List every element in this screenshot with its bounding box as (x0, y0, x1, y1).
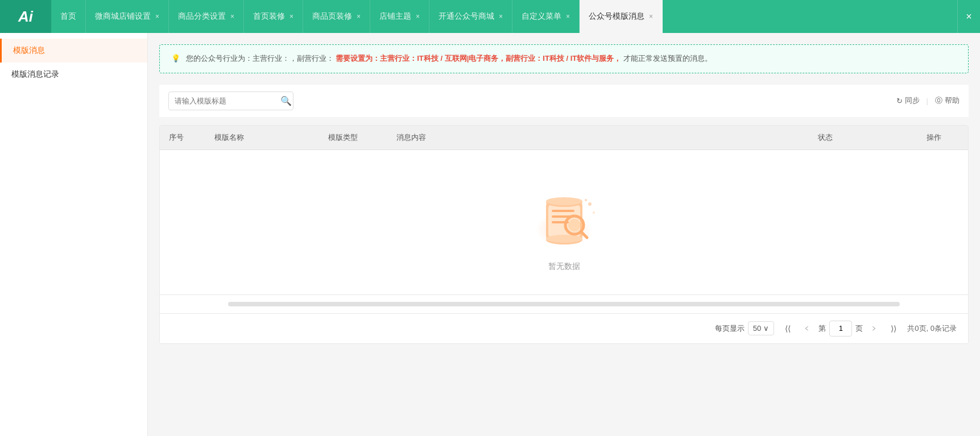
nav-tab-product-decor[interactable]: 商品页装修× (303, 0, 370, 33)
page-layout: 模版消息模版消息记录 💡 您的公众号行业为：主营行业：，副营行业： 需要设置为：… (0, 33, 980, 436)
sync-icon: ↻ (896, 97, 903, 105)
nav-tab-close[interactable]: × (230, 13, 234, 20)
search-right: ↻ 同步 | ⓪ 帮助 (896, 95, 960, 106)
sync-button[interactable]: ↻ 同步 (896, 95, 920, 106)
nav-tab-close[interactable]: × (566, 13, 570, 20)
search-button[interactable]: 🔍 (276, 92, 293, 110)
col-header-type: 模版类型 (319, 126, 387, 150)
nav-tab-custom-menu[interactable]: 自定义菜单× (512, 0, 580, 33)
divider: | (927, 97, 928, 105)
page-nav: ⟨⟨ ﹤ 第 页 ﹥ ⟩⟩ (780, 321, 902, 337)
nav-tab-close[interactable]: × (416, 13, 420, 20)
nav-tab-category[interactable]: 商品分类设置× (169, 0, 244, 33)
sidebar-item-template-msg[interactable]: 模版消息 (0, 39, 147, 63)
empty-state: 暂无数据 (160, 150, 968, 294)
page-size-value: 50 (753, 324, 761, 333)
empty-illustration (530, 184, 598, 252)
nav-tab-label: 商品页装修 (312, 11, 352, 22)
page-size-label: 每页显示 (715, 323, 745, 334)
svg-rect-3 (552, 210, 574, 212)
last-page-button[interactable]: ⟩⟩ (886, 321, 902, 337)
main-content: 💡 您的公众号行业为：主营行业：，副营行业： 需要设置为：主营行业：IT科技 /… (148, 33, 980, 436)
help-icon: ⓪ (935, 95, 942, 106)
svg-point-9 (546, 235, 582, 243)
nav-tab-label: 微商城店铺设置 (95, 11, 151, 22)
brand-logo[interactable]: Ai (0, 0, 51, 33)
help-label: 帮助 (945, 95, 960, 106)
nav-tab-template-msg[interactable]: 公众号模版消息× (580, 0, 663, 33)
nav-tab-label: 首页装修 (253, 11, 285, 22)
nav-tab-home-decor[interactable]: 首页装修× (244, 0, 303, 33)
page-number-input[interactable] (829, 321, 852, 337)
search-input-wrap: 🔍 (168, 92, 293, 110)
notice-icon: 💡 (171, 53, 180, 65)
nav-tab-close[interactable]: × (290, 13, 293, 20)
nav-tab-label: 商品分类设置 (178, 11, 226, 22)
search-left: 🔍 (168, 92, 293, 110)
horizontal-scrollbar[interactable] (228, 302, 900, 306)
col-header-action: 操作 (900, 126, 968, 150)
close-all-button[interactable]: × (957, 0, 980, 33)
nav-tab-label: 公众号模版消息 (589, 11, 644, 22)
table-header: 序号 模版名称 模版类型 消息内容 状态 操作 (160, 126, 968, 150)
col-header-seq: 序号 (160, 126, 205, 150)
sidebar-item-template-msg-log[interactable]: 模版消息记录 (0, 63, 147, 86)
top-nav: Ai 首页微商城店铺设置×商品分类设置×首页装修×商品页装修×店铺主题×开通公众… (0, 0, 980, 33)
data-table: 序号 模版名称 模版类型 消息内容 状态 操作 (159, 125, 969, 344)
search-bar: 🔍 ↻ 同步 | ⓪ 帮助 (159, 85, 969, 117)
col-header-status: 状态 (809, 126, 900, 150)
sync-label: 同步 (905, 95, 920, 106)
notice-box: 💡 您的公众号行业为：主营行业：，副营行业： 需要设置为：主营行业：IT科技 /… (159, 44, 969, 73)
svg-point-15 (585, 199, 587, 201)
search-input[interactable] (169, 93, 276, 109)
total-info: 共0页, 0条记录 (907, 323, 957, 334)
nav-tab-close[interactable]: × (649, 13, 653, 20)
nav-tab-close[interactable]: × (357, 13, 361, 20)
nav-tab-label: 自定义菜单 (522, 11, 561, 22)
nav-tab-label: 店铺主题 (379, 11, 411, 22)
nav-tab-label: 开通公众号商城 (439, 11, 494, 22)
page-size-dropdown[interactable]: 50 ∨ (748, 321, 774, 335)
nav-tab-label: 首页 (60, 11, 76, 22)
scrollbar-row (160, 294, 968, 313)
svg-point-11 (568, 219, 581, 231)
page-size-select: 每页显示 50 ∨ (715, 321, 774, 335)
page-unit: 页 (855, 323, 863, 334)
nav-tab-shop-theme[interactable]: 店铺主题× (370, 0, 429, 33)
next-page-button[interactable]: ﹥ (866, 321, 882, 337)
page-prefix: 第 (818, 323, 826, 334)
nav-tab-wsc-shop[interactable]: 微商城店铺设置× (86, 0, 169, 33)
notice-highlight: 需要设置为：主营行业：IT科技 / 互联网|电子商务，副营行业：IT科技 / I… (336, 54, 621, 63)
col-header-name: 模版名称 (205, 126, 319, 150)
prev-page-button[interactable]: ﹤ (799, 321, 815, 337)
nav-tab-home[interactable]: 首页 (51, 0, 86, 33)
nav-tab-close[interactable]: × (499, 13, 503, 20)
notice-suffix: 才能正常发送预置的消息。 (623, 54, 712, 63)
nav-tab-open-mall[interactable]: 开通公众号商城× (429, 0, 512, 33)
nav-tab-close[interactable]: × (155, 13, 159, 20)
svg-point-7 (546, 197, 582, 205)
first-page-button[interactable]: ⟨⟨ (780, 321, 796, 337)
svg-point-13 (588, 202, 592, 206)
dropdown-icon: ∨ (763, 324, 769, 333)
help-button[interactable]: ⓪ 帮助 (935, 95, 960, 106)
notice-prefix: 您的公众号行业为：主营行业：，副营行业： (186, 54, 334, 63)
sidebar: 模版消息模版消息记录 (0, 33, 148, 436)
empty-text: 暂无数据 (548, 261, 580, 272)
pagination-bar: 每页显示 50 ∨ ⟨⟨ ﹤ 第 页 ﹥ ⟩⟩ 共0页, 0条记录 (160, 313, 968, 343)
col-header-content: 消息内容 (387, 126, 809, 150)
svg-point-14 (593, 211, 595, 214)
nav-tabs: 首页微商城店铺设置×商品分类设置×首页装修×商品页装修×店铺主题×开通公众号商城… (51, 0, 957, 33)
